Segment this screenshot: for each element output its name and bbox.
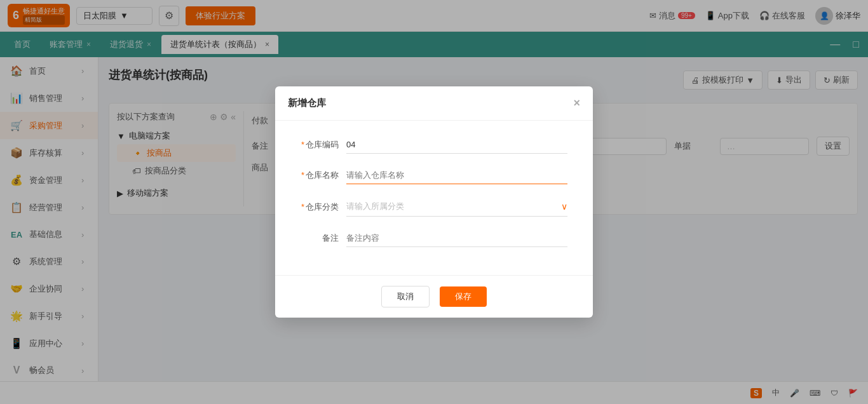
category-chevron-icon: ∨	[561, 201, 567, 212]
name-field-row: *仓库名称	[301, 166, 567, 184]
code-field-row: *仓库编码	[301, 136, 567, 154]
modal-close-button[interactable]: ×	[573, 97, 580, 110]
memo-field-row: 备注	[301, 229, 567, 247]
memo-label-modal: 备注	[301, 232, 339, 244]
modal-header: 新增仓库 ×	[275, 86, 593, 121]
code-input[interactable]	[346, 136, 567, 154]
memo-input-modal[interactable]	[346, 229, 567, 247]
modal-title: 新增仓库	[288, 97, 326, 109]
save-button[interactable]: 保存	[440, 286, 487, 307]
category-select[interactable]: 请输入所属分类 ∨	[346, 197, 567, 217]
modal-footer: 取消 保存	[275, 275, 593, 318]
modal-overlay: 新增仓库 × *仓库编码 *仓库名称 *仓库分类	[0, 0, 868, 404]
category-label: *仓库分类	[301, 201, 339, 213]
category-field-row: *仓库分类 请输入所属分类 ∨	[301, 197, 567, 217]
code-label: *仓库编码	[301, 139, 339, 151]
cancel-button[interactable]: 取消	[381, 286, 430, 307]
warehouse-modal: 新增仓库 × *仓库编码 *仓库名称 *仓库分类	[275, 86, 593, 318]
category-placeholder: 请输入所属分类	[346, 201, 404, 212]
modal-body: *仓库编码 *仓库名称 *仓库分类 请输入所属分类 ∨	[275, 121, 593, 275]
name-label: *仓库名称	[301, 170, 339, 181]
name-input[interactable]	[346, 166, 567, 184]
